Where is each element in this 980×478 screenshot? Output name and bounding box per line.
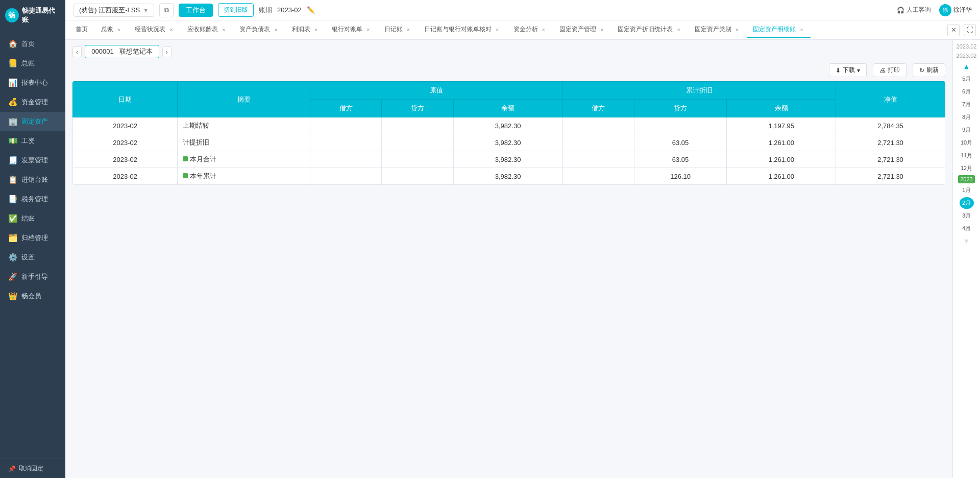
tab-close-receivable[interactable]: × — [221, 27, 226, 33]
app-logo-icon: 畅 — [5, 8, 19, 22]
tab-journal-bank-check[interactable]: 日记账与银行对账单核对× — [418, 22, 506, 38]
timeline-month-9[interactable]: 9月 — [958, 124, 976, 136]
sidebar-item-home[interactable]: 🏠 首页 — [0, 34, 65, 54]
tab-fixed-mgmt[interactable]: 固定资产管理× — [553, 22, 610, 38]
col-original-debit-header: 借方 — [310, 100, 381, 117]
tab-close-profit[interactable]: × — [313, 27, 318, 33]
sidebar-icon-report: 📊 — [8, 78, 17, 87]
tab-close-journal-bank-check[interactable]: × — [495, 27, 500, 33]
col-original-balance-header: 余额 — [453, 100, 562, 117]
timeline-month-11[interactable]: 11月 — [958, 150, 976, 161]
tab-close-fixed-detail[interactable]: × — [799, 27, 804, 33]
sidebar-item-fixed-assets[interactable]: 🏢 固定资产 — [0, 112, 65, 131]
service-button[interactable]: 🎧 人工客询 — [897, 6, 931, 14]
cell-original-debit — [310, 134, 381, 151]
sidebar-item-tax[interactable]: 📑 税务管理 — [0, 189, 65, 209]
timeline-down-button[interactable]: ▼ — [961, 235, 972, 247]
tab-close-fixed-mgmt[interactable]: × — [599, 27, 604, 33]
tab-close-journal[interactable]: × — [406, 27, 411, 33]
timeline-up-button[interactable]: ▲ — [961, 60, 972, 73]
tab-bank-statement[interactable]: 银行对账单× — [326, 22, 377, 38]
sidebar-label-settings: 设置 — [21, 253, 35, 262]
cell-original-debit — [310, 117, 381, 134]
cell-original-debit — [310, 168, 381, 185]
switch-version-button[interactable]: 切到旧版 — [218, 3, 254, 17]
tab-close-bank-statement[interactable]: × — [365, 27, 371, 33]
download-label: 下载 — [843, 66, 855, 75]
sidebar-footer[interactable]: 📌 取消固定 — [0, 459, 65, 478]
main-area: (劝告) 江西服至-LSS ▼ ⧉ 工作台 切到旧版 账期 2023-02 ✏️… — [65, 0, 980, 478]
sidebar-item-guide[interactable]: 🚀 新手引导 — [0, 267, 65, 286]
sidebar-item-member[interactable]: 👑 畅会员 — [0, 286, 65, 306]
timeline-panel: 2023.02 2023.02 ▲ 5月 6月 7月 8月 9月 10月 11月… — [952, 40, 980, 478]
refresh-button[interactable]: ↻ 刷新 — [913, 63, 945, 77]
sidebar-item-report[interactable]: 📊 报表中心 — [0, 73, 65, 92]
tab-close-balance-sheet[interactable]: × — [273, 27, 278, 33]
workbench-button[interactable]: 工作台 — [179, 4, 213, 17]
sidebar-item-invoice[interactable]: 🧾 发票管理 — [0, 151, 65, 170]
next-asset-button[interactable]: › — [162, 46, 172, 57]
table-row: 2023-02 本月合计 3,982.30 63.05 1,261.00 2,7… — [73, 151, 945, 168]
timeline-month-2-active[interactable]: 2月 — [960, 197, 974, 209]
sidebar-item-salary[interactable]: 💵 工资 — [0, 131, 65, 151]
tab-close-fund-analysis[interactable]: × — [541, 27, 546, 33]
sidebar-label-report: 报表中心 — [21, 78, 48, 87]
copy-button[interactable]: ⧉ — [159, 3, 174, 17]
page-content: ‹ 000001 联想笔记本 › ⬇ 下载 ▾ 🖨 打印 — [65, 40, 952, 478]
cell-depreciation-debit — [562, 117, 634, 134]
timeline-month-10[interactable]: 10月 — [958, 137, 976, 149]
download-button[interactable]: ⬇ 下载 ▾ — [829, 63, 867, 77]
sidebar-item-settlement[interactable]: ✅ 结账 — [0, 209, 65, 228]
sidebar-label-invoice: 发票管理 — [21, 156, 48, 165]
sidebar-label-sales: 进销台账 — [21, 175, 48, 184]
tab-home[interactable]: 首页 — [69, 22, 94, 38]
col-depreciation-debit-header: 借方 — [562, 100, 634, 117]
cell-summary: 计提折旧 — [178, 134, 310, 151]
tab-balance-sheet[interactable]: 资产负债表× — [233, 22, 284, 38]
timeline-month-5[interactable]: 5月 — [958, 73, 976, 85]
tab-fund-analysis[interactable]: 资金分析× — [507, 22, 552, 38]
user-menu[interactable]: 徐 徐泽华 — [939, 4, 972, 16]
tab-label-fixed-category: 固定资产类别 — [695, 25, 731, 34]
timeline-month-1[interactable]: 1月 — [958, 184, 976, 196]
tab-close-depreciation-stats[interactable]: × — [676, 27, 681, 33]
tab-journal[interactable]: 日记账× — [378, 22, 417, 38]
sidebar-item-capital[interactable]: 💰 资金管理 — [0, 92, 65, 112]
tab-fixed-detail[interactable]: 固定资产明细账× — [747, 22, 810, 38]
service-label: 人工客询 — [906, 6, 931, 14]
sidebar-icon-settings: ⚙️ — [8, 253, 17, 262]
maximize-button[interactable]: ⛶ — [964, 24, 976, 36]
timeline-month-8[interactable]: 8月 — [958, 111, 976, 123]
tab-operation[interactable]: 经营状况表× — [129, 22, 180, 38]
tab-receivable[interactable]: 应收账龄表× — [181, 22, 232, 38]
cell-net-value: 2,721.30 — [836, 151, 945, 168]
cell-depreciation-balance: 1,261.00 — [727, 151, 836, 168]
tab-fixed-category[interactable]: 固定资产类别× — [689, 22, 746, 38]
timeline-month-7[interactable]: 7月 — [958, 99, 976, 110]
tab-depreciation-stats[interactable]: 固定资产折旧统计表× — [611, 22, 687, 38]
timeline-month-3[interactable]: 3月 — [958, 210, 976, 222]
period-edit-icon[interactable]: ✏️ — [307, 6, 315, 14]
sidebar-item-ledger[interactable]: 📒 总账 — [0, 54, 65, 73]
tab-ledger[interactable]: 总账× — [95, 22, 128, 38]
timeline-month-12[interactable]: 12月 — [958, 162, 976, 174]
tab-close-fixed-category[interactable]: × — [734, 27, 740, 33]
tab-close-operation[interactable]: × — [168, 27, 174, 33]
print-button[interactable]: 🖨 打印 — [873, 63, 906, 77]
tab-label-profit: 利润表 — [292, 25, 310, 34]
timeline-month-6[interactable]: 6月 — [958, 86, 976, 98]
tab-profit[interactable]: 利润表× — [286, 22, 325, 38]
sidebar-label-settlement: 结账 — [21, 214, 35, 223]
company-selector[interactable]: (劝告) 江西服至-LSS ▼ — [74, 4, 154, 17]
tabbar: 首页总账×经营状况表×应收账龄表×资产负债表×利润表×银行对账单×日记账×日记账… — [65, 20, 980, 40]
sidebar-item-sales[interactable]: 📋 进销台账 — [0, 170, 65, 189]
sidebar-item-settings[interactable]: ⚙️ 设置 — [0, 248, 65, 267]
tab-label-bank-statement: 银行对账单 — [332, 25, 362, 34]
user-avatar: 徐 — [939, 4, 951, 16]
close-all-tabs-button[interactable]: ✕ — [947, 24, 960, 36]
cell-original-credit — [382, 134, 453, 151]
timeline-month-4[interactable]: 4月 — [958, 223, 976, 234]
prev-asset-button[interactable]: ‹ — [72, 46, 82, 57]
tab-close-ledger[interactable]: × — [116, 27, 121, 33]
sidebar-item-archive[interactable]: 🗂️ 归档管理 — [0, 228, 65, 248]
